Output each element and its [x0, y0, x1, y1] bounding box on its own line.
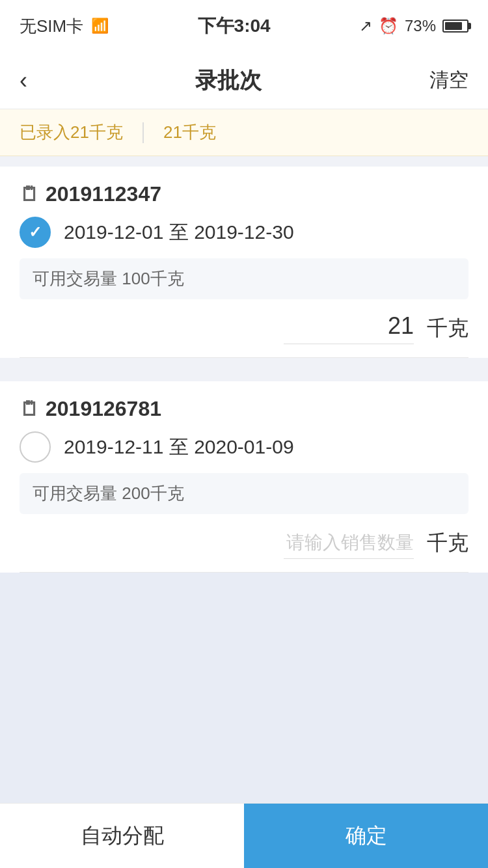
location-icon: ↗	[359, 17, 372, 35]
summary-bar: 已录入21千克 21千克	[0, 109, 488, 156]
batch-1-header: 🗒 2019112347	[20, 182, 468, 206]
batch-1-icon: 🗒	[20, 183, 39, 206]
batch-2-date: 2019-12-11 至 2020-01-09	[64, 434, 294, 461]
card-separator	[0, 358, 488, 371]
batch-2-icon: 🗒	[20, 398, 39, 420]
wifi-icon: 📶	[91, 18, 109, 34]
battery-percent: 73%	[405, 17, 436, 35]
summary-divider	[142, 122, 144, 143]
batch-1-id: 2019112347	[46, 182, 161, 206]
bottom-bar: 自动分配 确定	[0, 803, 488, 868]
carrier-label: 无SIM卡	[20, 15, 83, 38]
batch-2-available: 可用交易量 200千克	[20, 473, 468, 514]
batch-card-2: 🗒 2019126781 2019-12-11 至 2020-01-09 可用交…	[0, 381, 488, 573]
confirm-button[interactable]: 确定	[244, 804, 488, 868]
batch-1-unit: 千克	[427, 314, 468, 343]
batch-card-2-inner: 🗒 2019126781 2019-12-11 至 2020-01-09 可用交…	[0, 381, 488, 514]
clear-button[interactable]: 清空	[429, 67, 468, 94]
batch-2-header: 🗒 2019126781	[20, 397, 468, 421]
batch-1-date: 2019-12-01 至 2019-12-30	[64, 219, 294, 246]
back-button[interactable]: ‹	[20, 67, 27, 94]
recorded-label: 已录入21千克	[20, 121, 123, 144]
status-bar-right: ↗ ⏰ 73%	[359, 17, 468, 35]
alarm-icon: ⏰	[379, 17, 398, 35]
status-bar-time: 下午3:04	[198, 14, 271, 38]
batch-card-1-inner: 🗒 2019112347 2019-12-01 至 2019-12-30 可用交…	[0, 167, 488, 299]
batch-2-quantity-input[interactable]	[284, 527, 414, 559]
batch-1-available: 可用交易量 100千克	[20, 258, 468, 299]
battery-icon	[442, 20, 468, 33]
batch-2-id: 2019126781	[46, 397, 161, 421]
auto-distribute-button[interactable]: 自动分配	[0, 804, 244, 868]
batch-card-1: 🗒 2019112347 2019-12-01 至 2019-12-30 可用交…	[0, 167, 488, 358]
batch-2-unit: 千克	[427, 529, 468, 558]
batch-1-input-row: 千克	[0, 299, 488, 357]
page-title: 录批次	[195, 66, 262, 96]
batch-1-radio[interactable]	[20, 217, 51, 248]
summary-value: 21千克	[163, 121, 216, 144]
batch-1-quantity-input[interactable]	[284, 312, 414, 344]
status-bar-left: 无SIM卡 📶	[20, 15, 109, 38]
batch-2-input-row: 千克	[0, 514, 488, 572]
nav-bar: ‹ 录批次 清空	[0, 52, 488, 109]
status-bar: 无SIM卡 📶 下午3:04 ↗ ⏰ 73%	[0, 0, 488, 52]
batch-2-radio[interactable]	[20, 431, 51, 463]
batch-2-row[interactable]: 2019-12-11 至 2020-01-09	[20, 431, 468, 463]
batch-1-row[interactable]: 2019-12-01 至 2019-12-30	[20, 217, 468, 248]
